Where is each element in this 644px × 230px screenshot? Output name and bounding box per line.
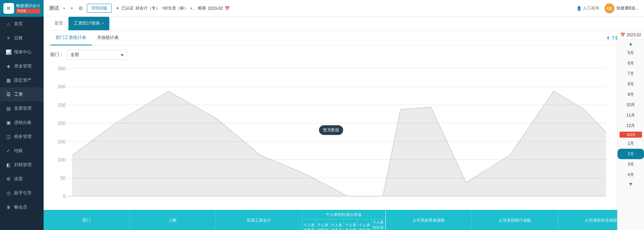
svg-text:200: 200 bbox=[58, 121, 66, 126]
sidebar-item-close[interactable]: ✓ 结账 bbox=[0, 144, 44, 158]
date-12[interactable]: 12月 bbox=[618, 121, 644, 131]
salary-icon: ☰ bbox=[5, 92, 11, 97]
date-11[interactable]: 11月 bbox=[618, 110, 644, 121]
sidebar-item-tax[interactable]: ◫ 税务管理 bbox=[0, 130, 44, 144]
home-icon: ⌂ bbox=[5, 21, 11, 27]
topbar: 测试 ▾ ＋ ⚙ 切到旧版 ✦ 已认证 好会计（专） +好生意（标） +... … bbox=[44, 0, 644, 17]
switch-old-btn[interactable]: 切到旧版 bbox=[87, 4, 112, 13]
sidebar-item-home[interactable]: ⌂ 首页 bbox=[0, 17, 44, 31]
sidebar-item-guide[interactable]: ◷ 新手引导 bbox=[0, 186, 44, 200]
sub-tab-dept[interactable]: 部门工资统计表 bbox=[50, 31, 92, 45]
date-nav-down[interactable]: ▼ bbox=[618, 180, 644, 188]
sidebar-item-member[interactable]: ♛ 畅会员 bbox=[0, 200, 44, 214]
tab-home[interactable]: 首页 bbox=[49, 17, 68, 30]
svg-text:300: 300 bbox=[58, 84, 66, 89]
guide-icon: ◷ bbox=[5, 190, 11, 196]
topbar-gear-icon[interactable]: ⚙ bbox=[78, 5, 83, 11]
date-7[interactable]: 7月 bbox=[618, 68, 644, 79]
col-personal-housing-fund: 个人承担住房公积金 bbox=[358, 219, 371, 230]
help-icon: 👤 bbox=[577, 6, 582, 11]
date-5[interactable]: 5月 bbox=[618, 48, 644, 58]
close-period-icon: ✓ bbox=[5, 148, 11, 153]
col-personal-unemployment: 个人承担失业保险 bbox=[330, 219, 344, 230]
filter-row: 部门： 全部 ▾ bbox=[44, 46, 644, 64]
tabs-bar: 首页 工资统计报表 × bbox=[44, 17, 644, 31]
content-area: 部门工资统计表 月份统计表 ⬇ 下载 ↻ 刷新 部门： 全部 ▾ bbox=[44, 31, 644, 230]
col-personal-medical: 个人承担医疗保险 bbox=[316, 219, 330, 230]
col-personal-pension: 个人承担养老保险 bbox=[302, 219, 316, 230]
topbar-status: ✦ 已认证 好会计（专） +好生意（标） +... 账期 2023-02 📅 bbox=[116, 5, 230, 11]
sub-tabs: 部门工资统计表 月份统计表 ⬇ 下载 ↻ 刷新 bbox=[44, 31, 644, 46]
avatar: CE bbox=[604, 3, 614, 13]
sidebar-item-settings[interactable]: ⚙ 设置 bbox=[0, 172, 44, 186]
svg-text:250: 250 bbox=[58, 102, 66, 108]
sidebar-item-salary[interactable]: ☰ 工资 bbox=[0, 87, 44, 101]
assets-icon: ▦ bbox=[5, 78, 11, 83]
main-area: 测试 ▾ ＋ ⚙ 切到旧版 ✦ 已认证 好会计（专） +好生意（标） +... … bbox=[44, 0, 644, 230]
tab-salary-report[interactable]: 工资统计报表 × bbox=[68, 17, 109, 30]
topbar-add-icon[interactable]: ＋ bbox=[69, 5, 74, 12]
sidebar-item-reports[interactable]: 📊 报表中心 bbox=[0, 45, 44, 59]
date-panel-header: 📅 2023.02 bbox=[618, 31, 644, 40]
sidebar-item-finance[interactable]: ◈ 资金管理 bbox=[0, 59, 44, 73]
date-4[interactable]: 4月 bbox=[618, 170, 644, 180]
reports-icon: 📊 bbox=[5, 49, 11, 55]
calendar-icon[interactable]: 📅 bbox=[225, 6, 230, 11]
table-header-row: 部门 人数 应发工资合计 个人承担社保公积金 个人承担养老保险 个人承担医疗保险 bbox=[44, 210, 644, 230]
sidebar-item-ledger[interactable]: ≡ 总账 bbox=[0, 31, 44, 45]
col-personal-total: 个人承担社保公积金合计 bbox=[372, 219, 385, 230]
app-logo: 好 畅捷通好会计 专业版 bbox=[0, 0, 44, 17]
user-menu[interactable]: CE 轻捷通B追... bbox=[604, 3, 639, 13]
svg-text:100: 100 bbox=[58, 157, 66, 163]
date-nav-up[interactable]: ▲ bbox=[618, 40, 644, 48]
topbar-right: 👤 人工咨询 CE 轻捷通B追... bbox=[577, 3, 639, 13]
app-name: 畅捷通好会计 专业版 bbox=[16, 3, 40, 13]
sidebar-item-archive[interactable]: ◧ 归档管理 bbox=[0, 158, 44, 172]
chart-area: 350 300 250 200 150 100 50 0 暂无数据 bbox=[44, 64, 617, 210]
select-arrow-icon: ▾ bbox=[121, 52, 123, 57]
dept-select[interactable]: 全部 ▾ bbox=[67, 50, 127, 60]
help-button[interactable]: 👤 人工咨询 bbox=[577, 5, 599, 11]
member-icon: ♛ bbox=[5, 204, 11, 210]
col-company-medical: 公司承担医疗保险 bbox=[472, 211, 558, 230]
date-3[interactable]: 3月 bbox=[618, 159, 644, 170]
date-2[interactable]: 2月 bbox=[618, 149, 644, 159]
ledger-icon: ≡ bbox=[5, 35, 11, 41]
salary-chart: 350 300 250 200 150 100 50 0 bbox=[50, 64, 610, 210]
sub-tab-month[interactable]: 月份统计表 bbox=[92, 31, 124, 45]
date-year-badge: 2023 bbox=[620, 132, 642, 138]
col-personal-major-medical: 个人承担大额医疗 bbox=[344, 219, 358, 230]
col-group-personal: 个人承担社保公积金 个人承担养老保险 个人承担医疗保险 个人承担失业保险 个人承… bbox=[302, 211, 386, 230]
date-10[interactable]: 10月 bbox=[618, 100, 644, 110]
date-9[interactable]: 9月 bbox=[618, 89, 644, 100]
date-6[interactable]: 6月 bbox=[618, 58, 644, 68]
svg-text:350: 350 bbox=[58, 66, 66, 71]
svg-text:50: 50 bbox=[60, 175, 66, 181]
date-1[interactable]: 1月 bbox=[618, 138, 644, 149]
date-8[interactable]: 8月 bbox=[618, 79, 644, 89]
col-total-salary: 应发工资合计 bbox=[216, 211, 302, 230]
col-dept: 部门 bbox=[44, 211, 130, 230]
sidebar: 好 畅捷通好会计 专业版 ⌂ 首页 ≡ 总账 📊 报表中心 ◈ 资金管理 ▦ 固… bbox=[0, 0, 44, 230]
download-icon: ⬇ bbox=[606, 36, 610, 40]
tab-close-icon[interactable]: × bbox=[102, 21, 104, 25]
settings-icon: ⚙ bbox=[5, 176, 11, 182]
calendar-small-icon: 📅 bbox=[620, 33, 625, 37]
logo-icon: 好 bbox=[3, 3, 14, 14]
sidebar-item-assets[interactable]: ▦ 固定资产 bbox=[0, 73, 44, 87]
certified-icon: ✦ bbox=[116, 6, 119, 11]
topbar-dropdown[interactable]: ▾ bbox=[63, 6, 65, 11]
dept-filter-label: 部门： bbox=[50, 52, 63, 58]
inventory-icon: ▣ bbox=[5, 120, 11, 125]
sidebar-item-invoice[interactable]: ▤ 发票管理 bbox=[0, 101, 44, 116]
invoice-icon: ▤ bbox=[5, 106, 11, 111]
sidebar-item-inventory[interactable]: ▣ 进销台账 bbox=[0, 116, 44, 130]
topbar-title: 测试 bbox=[49, 5, 59, 11]
finance-icon: ◈ bbox=[5, 63, 11, 69]
date-panel: 📅 2023.02 ▲ 5月 6月 7月 8月 9月 10月 11月 12月 2… bbox=[617, 31, 644, 230]
archive-icon: ◧ bbox=[5, 162, 11, 168]
svg-text:0: 0 bbox=[63, 193, 66, 199]
group-title-personal: 个人承担社保公积金 bbox=[302, 211, 385, 219]
tax-icon: ◫ bbox=[5, 134, 11, 139]
username: 轻捷通B追... bbox=[616, 5, 639, 11]
